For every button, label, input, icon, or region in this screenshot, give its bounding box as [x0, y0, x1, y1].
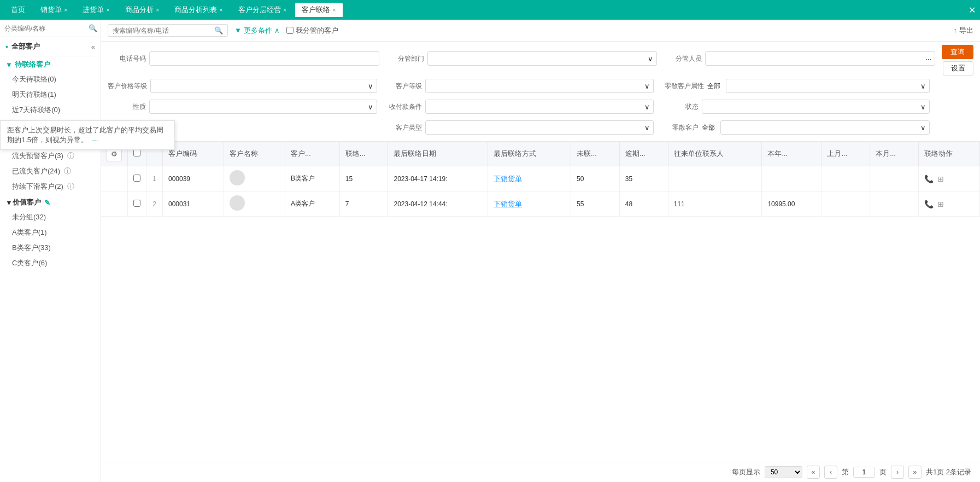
- sidebar-item-tomorrow[interactable]: 明天待联络(1): [0, 87, 101, 102]
- all-customers-header[interactable]: ▪ 全部客户 «: [0, 37, 101, 56]
- payment-select[interactable]: ∨: [425, 100, 653, 114]
- col-contact-count[interactable]: 联络...: [339, 142, 388, 166]
- row1-checkbox-cell[interactable]: [128, 166, 146, 191]
- row2-checkbox-cell[interactable]: [128, 191, 146, 217]
- close-sales-tab[interactable]: ×: [64, 7, 67, 13]
- filter-phone: 电话号码: [108, 51, 379, 66]
- row2-name: [224, 191, 285, 217]
- sidebar-item-7days[interactable]: 近7天待联络(0): [0, 102, 101, 118]
- status-select[interactable]: ∨: [702, 100, 930, 114]
- prev-page-btn[interactable]: ‹: [824, 466, 837, 479]
- search-input[interactable]: [113, 27, 211, 34]
- settings-button[interactable]: 设置: [943, 61, 973, 76]
- row1-phone-icon[interactable]: 📞: [924, 175, 934, 183]
- search-icon[interactable]: 🔍: [214, 26, 223, 34]
- tab-home[interactable]: 首页: [4, 3, 32, 17]
- tooltip-more-icon[interactable]: ···: [92, 136, 98, 144]
- col-last-date[interactable]: 最后联络日期: [388, 142, 488, 166]
- row1-uncontacted: 50: [571, 166, 620, 191]
- close-all-btn[interactable]: ✕: [969, 5, 976, 15]
- filter-manager: 分管人员 ···: [664, 51, 935, 66]
- col-name[interactable]: 客户名称: [224, 142, 285, 166]
- scatter-attr-select[interactable]: ∨: [726, 79, 930, 93]
- select-all-checkbox[interactable]: [133, 149, 140, 156]
- price-level-select[interactable]: ∨: [150, 79, 377, 93]
- col-unit-contact[interactable]: 往来单位联系人: [668, 142, 762, 166]
- close-customercontact-tab[interactable]: ×: [332, 7, 336, 13]
- tab-analysis[interactable]: 商品分析 ×: [119, 3, 166, 17]
- sidebar-collapse-btn[interactable]: «: [91, 43, 95, 51]
- row1-code: 000039: [163, 166, 224, 191]
- col-uncontacted[interactable]: 未联...: [571, 142, 620, 166]
- row1-last-method[interactable]: 下销货单: [488, 166, 571, 191]
- close-analysis-tab[interactable]: ×: [156, 7, 159, 13]
- customer-level-select[interactable]: ∨: [425, 79, 653, 93]
- sidebar-item-churn-warning[interactable]: 流失预警客户(3) ⓘ: [0, 148, 101, 164]
- dept-select[interactable]: ∨: [427, 51, 658, 66]
- query-button[interactable]: 查询: [942, 45, 973, 59]
- my-customers-checkbox[interactable]: 我分管的客户: [286, 26, 338, 36]
- tab-purchase[interactable]: 进货单 ×: [76, 3, 116, 17]
- sidebar-item-today[interactable]: 今天待联络(0): [0, 72, 101, 87]
- per-page-select[interactable]: 50 20 100: [765, 466, 802, 478]
- tab-sales[interactable]: 销货单 ×: [34, 3, 74, 17]
- page-label2: 页: [879, 467, 887, 477]
- page-label: 第: [842, 467, 849, 477]
- close-analysislist-tab[interactable]: ×: [219, 7, 222, 13]
- search-bar: 🔍: [108, 24, 228, 37]
- row2-last-method[interactable]: 下销货单: [488, 191, 571, 217]
- sidebar-item-churned[interactable]: 已流失客户(24) ⓘ: [0, 164, 101, 179]
- sidebar-item-class-a[interactable]: A类客户(1): [0, 225, 101, 240]
- customer-level-chevron: ∨: [644, 82, 650, 90]
- last-page-btn[interactable]: »: [908, 466, 922, 479]
- phone-label: 电话号码: [108, 54, 146, 63]
- group-pending-contact[interactable]: ▼ 待联络客户: [0, 56, 101, 72]
- row2-code: 000031: [163, 191, 224, 217]
- export-button[interactable]: ↑ 导出: [954, 26, 974, 36]
- row2-grid-icon[interactable]: ⊞: [937, 200, 944, 208]
- close-purchase-tab[interactable]: ×: [106, 7, 109, 13]
- customer-type-select[interactable]: ∨: [425, 120, 653, 135]
- table-header-row: ⚙ 客户编码 客户名称 客户...: [101, 142, 980, 166]
- col-this-month[interactable]: 本月...: [870, 142, 919, 166]
- row1-name: [224, 166, 285, 191]
- col-this-year[interactable]: 本年...: [762, 142, 821, 166]
- group-value-customers[interactable]: ▼ 价值客户 ✎: [0, 194, 101, 210]
- col-overdue[interactable]: 逾期...: [619, 142, 668, 166]
- my-customers-check[interactable]: [286, 27, 294, 34]
- tab-customercontact[interactable]: 客户联络 ×: [295, 3, 342, 17]
- scatter-attr-value: 全部: [707, 82, 720, 91]
- nature-select[interactable]: ∨: [149, 100, 377, 114]
- next-page-btn[interactable]: ›: [891, 466, 904, 479]
- filter-icon: ▼: [234, 26, 242, 34]
- col-last-month[interactable]: 上月...: [821, 142, 870, 166]
- first-page-btn[interactable]: «: [807, 466, 820, 479]
- filter-panel: 电话号码 分管部门 ∨ 分管人员 ··· 查询: [101, 42, 980, 142]
- sidebar-item-declining[interactable]: 持续下滑客户(2) ⓘ: [0, 179, 101, 194]
- phone-input[interactable]: [149, 51, 379, 66]
- col-last-method[interactable]: 最后联络方式: [488, 142, 571, 166]
- col-level[interactable]: 客户...: [285, 142, 340, 166]
- customer-type-label: 客户类型: [384, 123, 422, 132]
- row2-phone-icon[interactable]: 📞: [924, 200, 934, 208]
- scatter-customer-label: 零散客户: [660, 123, 699, 132]
- filter-status: 状态 ∨: [660, 100, 973, 114]
- row2-last-date: 2023-04-12 14:44:: [388, 191, 488, 217]
- row1-checkbox[interactable]: [133, 175, 140, 182]
- sidebar-item-class-b[interactable]: B类客户(33): [0, 240, 101, 255]
- sidebar-item-ungrouped[interactable]: 未分组(32): [0, 210, 101, 225]
- scatter-customer-select[interactable]: ∨: [720, 120, 930, 135]
- more-conditions-btn[interactable]: ▼ 更多条件 ∧: [234, 26, 280, 36]
- sidebar-search-icon[interactable]: 🔍: [89, 24, 97, 32]
- sidebar-item-class-c[interactable]: C类客户(6): [0, 255, 101, 271]
- filter-nature: 性质 ∨: [108, 100, 377, 114]
- tab-analysislist[interactable]: 商品分析列表 ×: [168, 3, 229, 17]
- row1-grid-icon[interactable]: ⊞: [937, 175, 944, 183]
- page-input[interactable]: [853, 467, 875, 478]
- close-customerseg-tab[interactable]: ×: [283, 7, 286, 13]
- tab-customerseg[interactable]: 客户分层经营 ×: [232, 3, 293, 17]
- manager-select[interactable]: ···: [705, 51, 935, 66]
- sidebar-search-input[interactable]: [4, 25, 86, 32]
- row2-checkbox[interactable]: [133, 200, 140, 207]
- edit-groups-icon[interactable]: ✎: [44, 199, 50, 207]
